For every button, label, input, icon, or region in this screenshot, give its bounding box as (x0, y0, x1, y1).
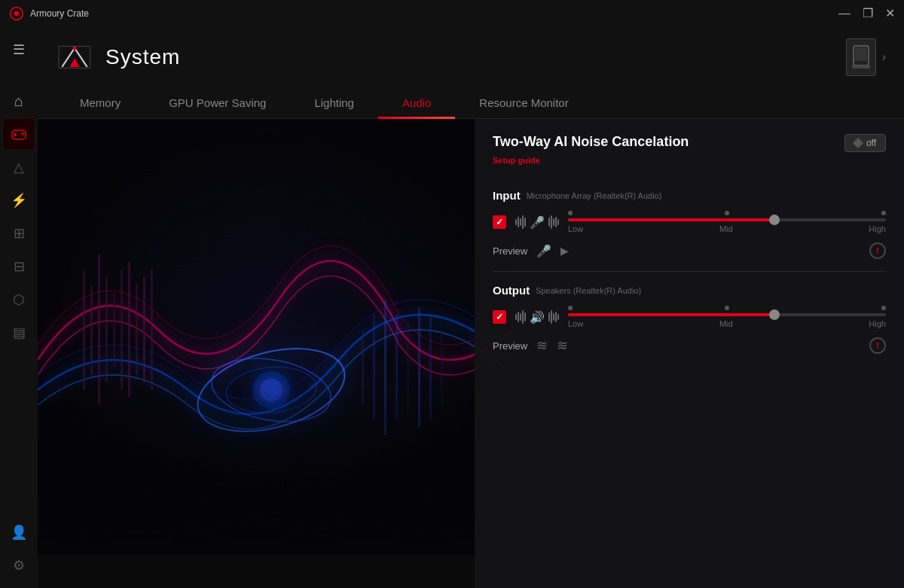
tab-resource-monitor[interactable]: Resource Monitor (455, 87, 592, 118)
laptop-icon (852, 44, 870, 70)
input-slider-area: Low Mid High (568, 211, 886, 233)
output-slider-labels: Low Mid High (568, 319, 886, 328)
window-controls: — ❐ ✕ (838, 8, 895, 20)
sidebar-bottom: 👤 ⚙ (4, 517, 34, 580)
output-device: Speakers (Realtek(R) Audio) (536, 286, 641, 295)
svg-rect-34 (38, 119, 512, 556)
sidebar-item-menu[interactable]: ☰ (4, 35, 34, 65)
speaker-icon: 🔊 (530, 310, 545, 324)
output-section-header: Output Speakers (Realtek(R) Audio) (493, 284, 886, 297)
input-slider-dots (568, 211, 886, 215)
sidebar-item-book[interactable]: ▤ (4, 318, 34, 348)
svg-point-1 (14, 11, 20, 17)
svg-rect-9 (852, 66, 870, 69)
input-label-high: High (869, 224, 886, 233)
slider-dot-low (568, 211, 573, 215)
tab-gpu[interactable]: GPU Power Saving (145, 87, 290, 118)
logo-area: System (56, 42, 180, 72)
page-title: System (105, 45, 180, 69)
rog-logo (56, 42, 93, 72)
maximize-button[interactable]: ❐ (863, 8, 873, 20)
input-label-low: Low (568, 224, 583, 233)
input-play-icon[interactable]: ▶ (560, 245, 569, 257)
gamepad-icon (11, 126, 27, 142)
output-slider-track[interactable] (568, 313, 886, 316)
output-slider-dot-mid (725, 306, 729, 310)
output-waveform: 🔊 (515, 310, 559, 324)
microphone-icon: 🎤 (530, 215, 545, 230)
panel-header-row: Two-Way AI Noise Cancelation Setup guide… (493, 134, 886, 177)
sidebar-item-user[interactable]: 👤 (4, 517, 34, 547)
output-slider-dots (568, 306, 886, 310)
device-icon[interactable] (846, 38, 876, 76)
input-slider-track[interactable] (568, 218, 886, 221)
tab-audio[interactable]: Audio (378, 87, 455, 118)
sidebar-item-tag[interactable]: ⬡ (4, 285, 34, 315)
output-slider-fill (568, 313, 774, 316)
svg-point-3 (14, 133, 17, 136)
slider-dot-high (881, 211, 886, 215)
input-label: Input (493, 189, 521, 202)
output-label-high: High (869, 319, 886, 328)
sidebar-item-settings[interactable]: ⚙ (4, 550, 34, 580)
panel-title-area: Two-Way AI Noise Cancelation Setup guide (493, 134, 689, 177)
output-audio-row: 🔊 (493, 306, 886, 328)
input-label-mid: Mid (719, 224, 733, 233)
output-checkbox[interactable] (493, 310, 506, 324)
sidebar-item-current[interactable] (4, 119, 34, 149)
rog-icon (9, 6, 24, 21)
output-slider-dot-high (881, 306, 886, 310)
panel-title: Two-Way AI Noise Cancelation (493, 134, 689, 150)
sidebar-item-home[interactable]: ⌂ (4, 86, 34, 116)
input-waveform: 🎤 (515, 215, 559, 230)
input-preview-label: Preview (493, 245, 527, 257)
minimize-button[interactable]: — (838, 8, 851, 20)
output-slider-thumb (769, 309, 780, 320)
section-divider (493, 271, 886, 272)
tab-lighting[interactable]: Lighting (290, 87, 378, 118)
input-audio-row: 🎤 (493, 211, 886, 233)
input-checkbox[interactable] (493, 215, 506, 229)
toggle-button[interactable]: off (844, 134, 886, 152)
tab-memory[interactable]: Memory (56, 87, 145, 118)
audio-panel: Two-Way AI Noise Cancelation Setup guide… (475, 119, 904, 588)
toggle-diamond-icon (853, 138, 863, 148)
output-slider-area: Low Mid High (568, 306, 886, 328)
arrow-right-icon: › (882, 50, 886, 64)
input-preview-row: Preview 🎤 ▶ ! (493, 242, 886, 259)
input-slider-fill (568, 218, 774, 221)
setup-guide-link[interactable]: Setup guide (493, 156, 540, 165)
toggle-label: off (866, 138, 876, 148)
output-wave2-icon[interactable]: ≋ (557, 337, 568, 354)
sidebar-item-controller[interactable]: ⊞ (4, 218, 34, 248)
sidebar-item-delta[interactable]: △ (4, 152, 34, 182)
content-area: System › Memory GPU Power Saving Lightin… (38, 27, 904, 588)
sidebar-item-slash[interactable]: ⚡ (4, 185, 34, 215)
output-preview-label: Preview (493, 340, 527, 352)
wave-visualization (38, 119, 512, 556)
input-device: Microphone Array (Realtek(R) Audio) (527, 191, 662, 200)
svg-rect-5 (22, 133, 23, 136)
output-info-icon[interactable]: ! (869, 337, 886, 354)
close-button[interactable]: ✕ (885, 8, 895, 20)
titlebar: Armoury Crate — ❐ ✕ (0, 0, 904, 27)
background-visualization (38, 119, 512, 588)
input-slider-thumb (769, 215, 780, 225)
input-mic-preview-icon[interactable]: 🎤 (536, 244, 551, 258)
sidebar-item-sliders[interactable]: ⊟ (4, 251, 34, 282)
svg-rect-8 (855, 47, 867, 61)
sidebar: ☰ ⌂ △ ⚡ ⊞ ⊟ ⬡ ▤ 👤 ⚙ (0, 27, 38, 588)
main-content: Two-Way AI Noise Cancelation Setup guide… (38, 119, 904, 588)
header-right: › (846, 38, 886, 76)
input-info-icon[interactable]: ! (869, 242, 886, 259)
tabs: Memory GPU Power Saving Lighting Audio R… (38, 87, 904, 119)
header: System › (38, 27, 904, 87)
output-label-low: Low (568, 319, 583, 328)
output-label-mid: Mid (719, 319, 733, 328)
slider-dot-mid (725, 211, 729, 215)
output-slider-dot-low (568, 306, 573, 310)
output-wave-icon[interactable]: ≋ (536, 337, 548, 354)
input-section-header: Input Microphone Array (Realtek(R) Audio… (493, 189, 886, 202)
svg-point-6 (73, 46, 77, 50)
output-preview-row: Preview ≋ ≋ ! (493, 337, 886, 354)
